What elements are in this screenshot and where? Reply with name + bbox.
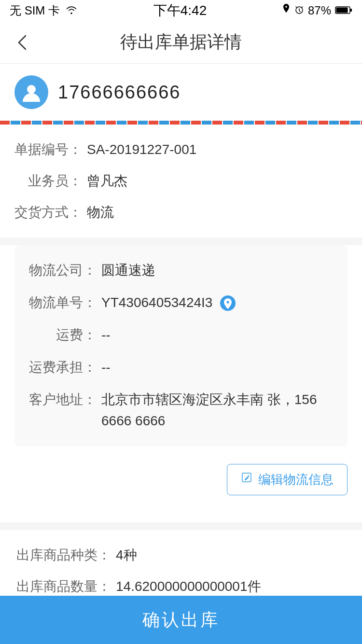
address-label: 客户地址： [29,389,97,411]
logistics-company-row: 物流公司： 圆通速递 [29,260,333,281]
freight-value: -- [101,324,333,346]
document-number-label: 单据编号： [14,139,82,161]
address-value: 北京市市辖区海淀区永丰南 张，156 6666 6666 [101,389,333,433]
logistics-company-label: 物流公司： [29,260,97,281]
freight-bearer-row: 运费承担： -- [29,357,333,378]
goods-types-label: 出库商品种类： [14,545,111,566]
battery-percentage: 87% [308,4,331,17]
address-row: 客户地址： 北京市市辖区海淀区永丰南 张，156 6666 6666 [29,389,333,433]
page-title: 待出库单据详情 [120,30,242,54]
svg-rect-3 [336,8,348,13]
edit-icon [241,472,253,488]
wifi-icon [65,4,78,17]
freight-bearer-value: -- [101,357,333,378]
location-status-icon [282,4,291,17]
tracking-number-text: YT43064053424I3 [101,292,212,314]
battery-icon [335,4,352,17]
user-phone: 17666666666 [58,82,181,103]
document-number-row: 单据编号： SA-20191227-001 [14,139,348,161]
logistics-card: 物流公司： 圆通速递 物流单号： YT43064053424I3 运费： [14,245,348,447]
freight-label: 运费： [29,324,97,346]
svg-point-4 [27,85,36,94]
confirm-button-area[interactable]: 确认出库 [0,596,362,644]
goods-types-row: 出库商品种类： 4种 [14,545,348,566]
logistics-section: 物流公司： 圆通速递 物流单号： YT43064053424I3 运费： [0,245,362,522]
map-location-icon[interactable] [219,294,237,312]
carrier-text: 无 SIM 卡 [10,3,60,18]
delivery-method-row: 交货方式： 物流 [14,202,348,224]
tracking-number-row: 物流单号： YT43064053424I3 [29,292,333,314]
user-avatar [14,75,48,109]
goods-quantity-row: 出库商品数量： 14.620000000000001件 [14,576,348,598]
confirm-button-text: 确认出库 [142,608,220,632]
nav-bar: 待出库单据详情 [0,21,362,64]
alarm-icon [294,4,304,17]
svg-rect-2 [350,9,352,12]
edit-logistics-button[interactable]: 编辑物流信息 [227,464,348,495]
logistics-company-value: 圆通速递 [101,260,333,281]
freight-row: 运费： -- [29,324,333,346]
edit-logistics-btn-row: 编辑物流信息 [14,454,348,500]
back-button[interactable] [12,32,33,53]
goods-types-value: 4种 [116,545,348,566]
status-bar: 无 SIM 卡 下午4:42 87% [0,0,362,21]
tracking-number-value: YT43064053424I3 [101,292,333,314]
salesperson-value: 曾凡杰 [87,170,348,192]
document-number-value: SA-20191227-001 [87,139,348,161]
user-header: 17666666666 [0,64,362,121]
freight-bearer-label: 运费承担： [29,357,97,378]
dashed-divider [0,121,362,125]
delivery-method-value: 物流 [87,202,348,224]
time-display: 下午4:42 [153,3,207,18]
delivery-method-label: 交货方式： [14,202,82,224]
salesperson-label: 业务员： [14,170,82,192]
goods-quantity-label: 出库商品数量： [14,576,111,598]
basic-info-section: 单据编号： SA-20191227-001 业务员： 曾凡杰 交货方式： 物流 [0,125,362,238]
edit-logistics-label: 编辑物流信息 [258,471,334,488]
tracking-number-label: 物流单号： [29,292,97,314]
salesperson-row: 业务员： 曾凡杰 [14,170,348,192]
goods-quantity-value: 14.620000000000001件 [116,576,348,598]
